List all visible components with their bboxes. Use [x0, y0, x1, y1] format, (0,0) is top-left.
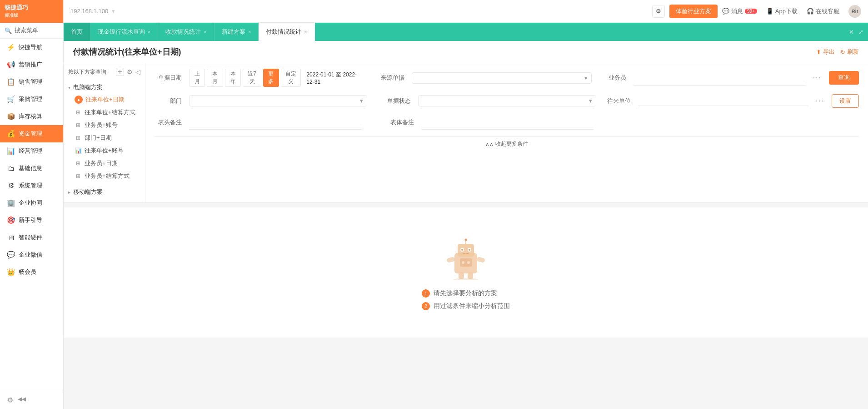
scheme-item-counterpart-account[interactable]: 📊 往来单位+账号 [64, 144, 145, 157]
tab-bank-label: 现金银行流水查询 [98, 28, 145, 36]
tab-payment-close[interactable]: × [304, 29, 307, 35]
tab-new-scheme[interactable]: 新建方案 × [215, 23, 259, 41]
sidebar-item-guide[interactable]: 🎯 新手引导 [0, 212, 63, 229]
date-tab-this-month[interactable]: 本月 [207, 69, 223, 87]
date-tab-7days[interactable]: 近7天 [243, 69, 261, 87]
source-select-arrow: ▾ [584, 75, 588, 81]
sidebar-item-capital[interactable]: 💰 资金管理 [0, 125, 63, 142]
sales-icon: 📋 [7, 78, 15, 86]
sidebar-item-label: 资金管理 [19, 130, 42, 138]
sidebar-logo: 畅捷通巧 标准版 [0, 0, 63, 23]
search-menu[interactable]: 🔍 搜索菜单 [0, 23, 63, 39]
sidebar-item-vip[interactable]: 👑 畅会员 [0, 263, 63, 281]
sidebar-item-sales[interactable]: 📋 销售管理 [0, 73, 63, 91]
capital-icon: 💰 [7, 130, 15, 138]
tab-home-label: 首页 [71, 28, 83, 36]
header-settings-btn[interactable]: ⚙ [652, 5, 665, 18]
tab-home[interactable]: 首页 [64, 23, 90, 41]
sidebar-item-wechat[interactable]: 💬 企业微信 [0, 246, 63, 263]
date-tab-this-year[interactable]: 本年 [225, 69, 241, 87]
sidebar-item-basic[interactable]: 🗂 基础信息 [0, 160, 63, 177]
collapse-more-btn[interactable]: ∧∧ 收起更多条件 [155, 136, 859, 151]
sidebar-item-operation[interactable]: 📊 经营管理 [0, 142, 63, 160]
header-note-input[interactable] [189, 116, 361, 127]
counterpart-more-btn[interactable]: ··· [816, 97, 824, 105]
date-tab-custom[interactable]: 自定义 [281, 69, 301, 87]
sidebar-item-label: 企业协同 [19, 199, 42, 207]
salesperson-input[interactable] [634, 72, 805, 83]
scheme-item-dept-date[interactable]: ⊞ 部门+日期 [64, 131, 145, 144]
svg-point-13 [462, 261, 464, 264]
refresh-btn[interactable]: ↻ 刷新 [840, 48, 859, 56]
sidebar-item-purchase[interactable]: 🛒 采购管理 [0, 91, 63, 108]
sidebar-collapse-icon[interactable]: ◀◀ [18, 396, 26, 404]
user-avatar[interactable]: Rit [848, 5, 861, 18]
header-dropdown-arrow[interactable]: ▾ [112, 8, 115, 15]
sidebar-item-company[interactable]: 🏢 企业协同 [0, 194, 63, 212]
sidebar-item-marketing[interactable]: 📢 营销推广 [0, 56, 63, 73]
scheme-item-counterpart-settlement[interactable]: ⊞ 往来单位+结算方式 [64, 106, 145, 119]
source-select[interactable]: ▾ [412, 72, 592, 84]
export-btn[interactable]: ⬆ 导出 [816, 48, 835, 56]
counterpart-input[interactable] [638, 95, 808, 106]
scheme-group-collapse-icon: ▾ [68, 85, 70, 90]
svg-rect-1 [458, 244, 474, 257]
settings-btn[interactable]: 设置 [832, 94, 859, 108]
scheme-group-desktop-header[interactable]: ▾ 电脑端方案 [64, 81, 145, 93]
date-tab-more[interactable]: 更多 [263, 69, 279, 87]
scheme-panel-title: 按以下方案查询 [68, 68, 106, 76]
sidebar-item-quick-nav[interactable]: ⚡ 快捷导航 [0, 39, 63, 56]
sidebar-settings-icon[interactable]: ⚙ [7, 396, 13, 404]
sidebar-item-hardware[interactable]: 🖥 智能硬件 [0, 229, 63, 246]
body-note-label: 表体备注 [378, 118, 414, 126]
sidebar-item-label: 销售管理 [19, 78, 42, 86]
scheme-table-icon: ⊞ [75, 160, 82, 167]
scheme-add-btn[interactable]: + [116, 68, 124, 76]
service-icon: 🎧 [807, 8, 814, 15]
message-badge: 99+ [745, 9, 757, 14]
tab-bank-close[interactable]: × [148, 29, 150, 35]
scheme-item-label: 部门+日期 [85, 134, 112, 142]
tab-payment[interactable]: 付款情况统计 × [259, 23, 314, 41]
scheme-item-counterpart-date[interactable]: ● 往来单位+日期 [64, 93, 145, 106]
query-btn[interactable]: 查询 [829, 71, 859, 85]
voucher-status-select[interactable]: ▾ [418, 95, 596, 106]
sidebar-bottom: ⚙ ◀◀ [0, 391, 63, 409]
scheme-table-icon: ⊞ [75, 134, 82, 141]
empty-tip-1: 1 请先选择要分析的方案 [422, 289, 510, 298]
voucher-status-arrow: ▾ [589, 97, 592, 104]
inventory-icon: 📦 [7, 112, 15, 121]
try-industry-btn[interactable]: 体验行业方案 [669, 5, 718, 18]
tab-bar: 首页 现金银行流水查询 × 收款情况统计 × 新建方案 × 付款情况统计 × ✕… [64, 23, 868, 41]
date-tab-last-month[interactable]: 上月 [189, 69, 205, 87]
tab-expand-icon[interactable]: ⤢ [858, 29, 863, 35]
wechat-icon: 💬 [7, 251, 15, 259]
scheme-group-mobile-header[interactable]: ▸ 移动端方案 [64, 186, 145, 198]
empty-tips: 1 请先选择要分析的方案 2 用过滤条件来缩小分析范围 [422, 289, 510, 310]
message-btn[interactable]: 💬 消息 99+ [722, 7, 757, 15]
sidebar-item-system[interactable]: ⚙ 系统管理 [0, 177, 63, 194]
salesperson-more-btn[interactable]: ··· [813, 74, 822, 82]
body-note-input[interactable] [421, 116, 594, 127]
scheme-group-desktop-label: 电脑端方案 [73, 83, 103, 91]
sidebar-item-label: 库存核算 [19, 112, 42, 121]
tab-collection[interactable]: 收款情况统计 × [158, 23, 214, 41]
app-download-btn[interactable]: 📱 App下载 [766, 7, 798, 15]
tab-collection-close[interactable]: × [204, 29, 206, 35]
scheme-item-salesperson-settlement[interactable]: ⊞ 业务员+结算方式 [64, 170, 145, 182]
tab-new-scheme-close[interactable]: × [248, 29, 251, 35]
tab-close-all-icon[interactable]: ✕ [849, 29, 854, 35]
tab-bank[interactable]: 现金银行流水查询 × [90, 23, 158, 41]
scheme-item-salesperson-date[interactable]: ⊞ 业务员+日期 [64, 157, 145, 170]
svg-rect-11 [468, 273, 473, 279]
sidebar-item-label: 智能硬件 [19, 233, 42, 242]
scheme-collapse-icon[interactable]: ◁ [135, 68, 140, 76]
scheme-item-label: 业务员+结算方式 [85, 172, 130, 180]
scheme-settings-icon[interactable]: ⚙ [127, 68, 133, 76]
scheme-item-salesperson-account[interactable]: ⊞ 业务员+账号 [64, 119, 145, 131]
service-btn[interactable]: 🎧 在线客服 [807, 7, 839, 15]
dept-select[interactable]: ▾ [189, 95, 367, 106]
sidebar-item-inventory[interactable]: 📦 库存核算 [0, 108, 63, 125]
svg-point-14 [467, 261, 470, 264]
scheme-panel-actions: + ⚙ ◁ [116, 68, 140, 76]
